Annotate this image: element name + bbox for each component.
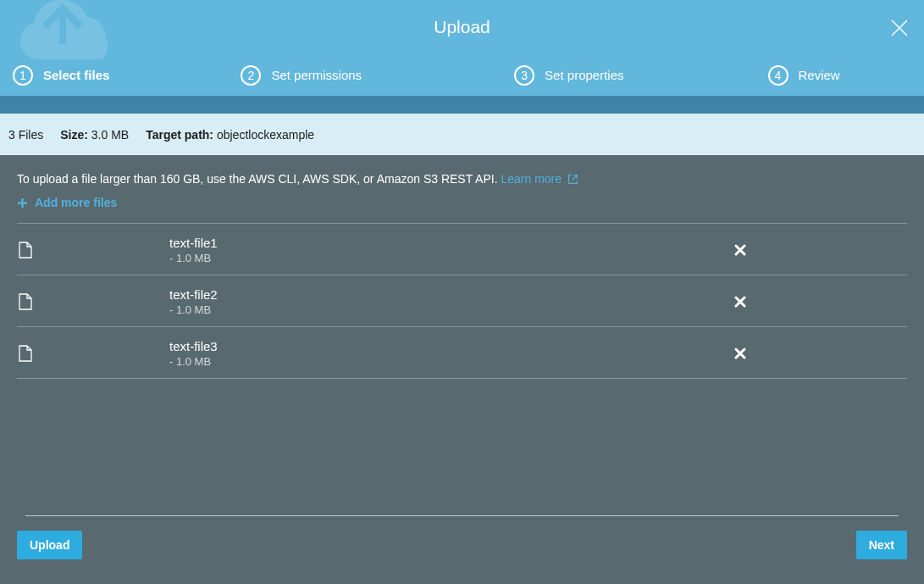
document-icon <box>19 345 32 362</box>
step-set-properties[interactable]: 3 Set properties <box>514 65 623 86</box>
remove-icon <box>734 348 746 359</box>
document-icon <box>19 242 32 259</box>
file-row: text-file1 - 1.0 MB <box>17 224 907 275</box>
file-name: text-file3 <box>169 339 907 353</box>
stepper: 1 Select files 2 Set permissions 3 Set p… <box>0 54 924 96</box>
upload-summary-bar: 3 Files Size: 3.0 MB Target path: object… <box>0 114 924 155</box>
add-more-files-button[interactable]: Add more files <box>17 196 117 209</box>
file-count: 3 Files <box>8 128 43 142</box>
target-path-value: objectlockexample <box>217 128 314 142</box>
remove-icon <box>734 296 746 308</box>
document-icon <box>19 293 32 310</box>
target-path: Target path: objectlockexample <box>146 128 314 142</box>
step-number: 2 <box>241 65 261 86</box>
file-list: text-file1 - 1.0 MB text-file2 - 1.0 MB <box>17 223 907 379</box>
file-row: text-file2 - 1.0 MB <box>17 275 907 327</box>
plus-icon <box>17 197 28 209</box>
step-label: Review <box>799 68 840 82</box>
file-size: - 1.0 MB <box>169 355 907 368</box>
step-label: Set permissions <box>271 68 362 82</box>
file-size: - 1.0 MB <box>169 252 907 264</box>
external-link-icon <box>567 174 578 185</box>
close-button[interactable] <box>890 19 909 37</box>
step-number: 4 <box>768 65 788 86</box>
remove-file-button[interactable] <box>734 348 746 359</box>
step-set-permissions[interactable]: 2 Set permissions <box>241 65 362 86</box>
learn-more-label: Learn more <box>501 172 562 186</box>
step-review[interactable]: 4 Review <box>768 65 840 86</box>
total-size: Size: 3.0 MB <box>60 128 129 142</box>
remove-file-button[interactable] <box>734 244 746 256</box>
remove-icon <box>734 244 746 256</box>
target-path-label: Target path: <box>146 128 213 142</box>
file-type-icon-wrapper <box>17 293 169 310</box>
close-icon <box>890 19 909 37</box>
step-label: Set properties <box>545 68 623 82</box>
file-type-icon-wrapper <box>17 242 169 259</box>
remove-file-button[interactable] <box>734 296 746 308</box>
file-name: text-file1 <box>169 236 907 250</box>
learn-more-link[interactable]: Learn more <box>501 172 578 186</box>
size-label: Size: <box>60 128 88 142</box>
hint-text: To upload a file larger than 160 GB, use… <box>17 172 498 186</box>
file-row: text-file3 - 1.0 MB <box>17 327 907 379</box>
file-name: text-file2 <box>169 287 907 302</box>
next-button[interactable]: Next <box>856 531 907 559</box>
upload-hint: To upload a file larger than 160 GB, use… <box>17 172 907 186</box>
add-more-label: Add more files <box>35 196 117 209</box>
svg-line-2 <box>573 175 578 181</box>
file-size: - 1.0 MB <box>169 303 907 316</box>
header-divider <box>0 96 924 114</box>
page-title: Upload <box>434 17 490 37</box>
upload-button[interactable]: Upload <box>17 531 82 559</box>
step-number: 3 <box>514 65 534 86</box>
file-type-icon-wrapper <box>17 345 169 362</box>
size-value: 3.0 MB <box>91 128 129 142</box>
